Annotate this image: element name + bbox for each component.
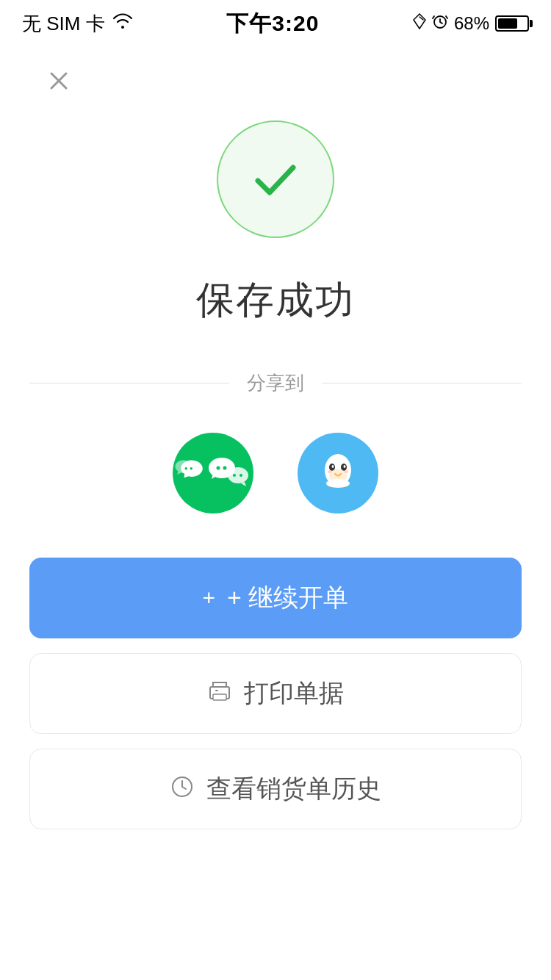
share-label: 分享到 xyxy=(229,370,322,396)
history-icon xyxy=(170,774,195,804)
close-icon xyxy=(46,68,72,94)
battery-icon xyxy=(495,15,529,32)
history-label: 查看销货单历史 xyxy=(206,772,381,806)
svg-point-6 xyxy=(223,466,227,469)
qq-share-button[interactable] xyxy=(298,433,378,514)
checkmark-icon xyxy=(246,150,305,209)
share-divider: 分享到 xyxy=(29,370,522,396)
print-label: 打印单据 xyxy=(244,677,344,710)
print-button[interactable]: 打印单据 xyxy=(29,653,522,734)
svg-rect-21 xyxy=(215,690,218,691)
svg-point-5 xyxy=(217,466,220,469)
success-circle xyxy=(217,120,334,238)
close-button[interactable] xyxy=(37,59,81,103)
status-right: 68% xyxy=(413,13,529,34)
divider-left xyxy=(29,383,229,383)
history-button[interactable]: 查看销货单历史 xyxy=(29,749,522,829)
alarm-icon xyxy=(432,13,448,34)
svg-point-2 xyxy=(185,467,188,470)
qq-icon xyxy=(316,450,360,497)
status-bar: 无 SIM 卡 下午3:20 68% xyxy=(0,0,551,47)
wifi-icon xyxy=(112,13,133,34)
svg-point-18 xyxy=(326,479,350,488)
wechat-share-button[interactable] xyxy=(173,433,253,514)
success-title: 保存成功 xyxy=(196,275,355,326)
status-left: 无 SIM 卡 xyxy=(22,11,133,37)
svg-point-8 xyxy=(233,474,236,477)
battery-percentage: 68% xyxy=(454,13,489,34)
printer-icon xyxy=(207,680,232,708)
plus-icon: + xyxy=(203,586,216,610)
svg-rect-20 xyxy=(213,694,226,700)
share-icons xyxy=(29,433,522,514)
status-time: 下午3:20 xyxy=(226,9,319,39)
svg-point-13 xyxy=(332,465,334,468)
svg-point-7 xyxy=(228,467,248,483)
continue-label: + 继续开单 xyxy=(227,581,348,615)
main-content: 保存成功 分享到 xyxy=(0,47,551,859)
location-icon xyxy=(413,13,426,34)
svg-point-9 xyxy=(240,474,242,477)
no-sim-text: 无 SIM 卡 xyxy=(22,11,105,37)
divider-right xyxy=(322,383,522,383)
share-section: 分享到 xyxy=(29,370,522,514)
svg-point-14 xyxy=(344,465,346,468)
continue-button[interactable]: + + 继续开单 xyxy=(29,558,522,638)
action-buttons: + + 继续开单 打印单据 查看销货单历 xyxy=(29,558,522,829)
